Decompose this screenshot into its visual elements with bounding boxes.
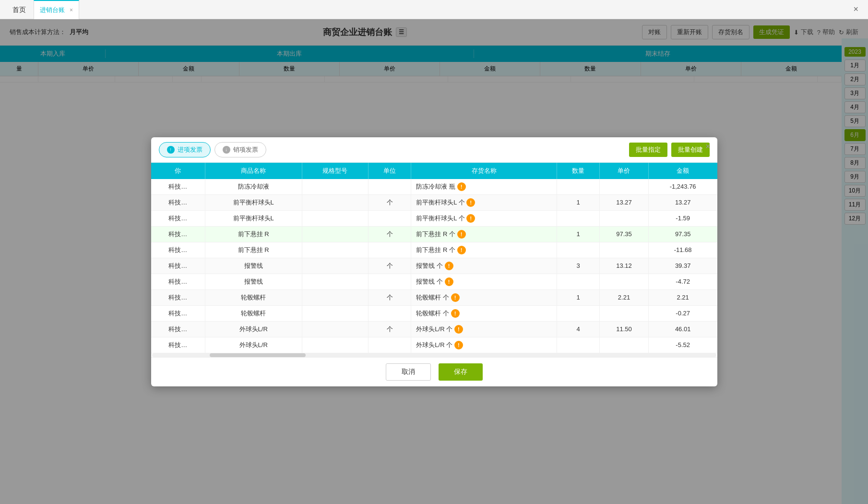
table-row[interactable]: 科技…外球头L/R外球头L/R 个 !-5.52 <box>151 337 717 353</box>
cell-company: 科技… <box>151 337 205 353</box>
cell-price <box>600 305 649 321</box>
modal-header-buttons: 批量指定 批量创建 <box>629 143 710 157</box>
outgoing-invoice-icon: ↓ <box>223 146 230 154</box>
tab-ledger[interactable]: 进销台账 × <box>34 0 79 19</box>
scrollbar-thumb[interactable] <box>210 353 306 357</box>
top-tab-bar: 首页 进销台账 × × <box>0 0 868 19</box>
cell-spec <box>302 210 369 226</box>
cell-company: 科技… <box>151 289 205 305</box>
cell-inventory: 前平衡杆球头L 个 ! <box>411 194 557 210</box>
cell-inventory: 轮毂螺杆 个 ! <box>411 305 557 321</box>
table-row[interactable]: 科技…轮毂螺杆轮毂螺杆 个 !-0.27 <box>151 305 717 321</box>
save-button[interactable]: 保存 <box>439 363 483 381</box>
cell-product: 外球头L/R <box>205 337 302 353</box>
cell-price: 2.21 <box>600 289 649 305</box>
cell-amount: -11.68 <box>648 242 717 258</box>
cell-product: 前平衡杆球头L <box>205 194 302 210</box>
warning-icon[interactable]: ! <box>454 341 463 349</box>
cell-price <box>600 179 649 195</box>
modal-close-button[interactable]: × <box>705 142 711 151</box>
cell-unit <box>369 179 411 195</box>
cell-unit: 个 <box>369 321 411 337</box>
tab-close-icon[interactable]: × <box>70 1 73 19</box>
table-row[interactable]: 科技…报警线报警线 个 !-4.72 <box>151 274 717 289</box>
cell-inventory: 报警线 个 ! <box>411 274 557 289</box>
table-row[interactable]: 科技…报警线个报警线 个 !313.1239.37 <box>151 258 717 274</box>
cell-amount: -0.27 <box>648 305 717 321</box>
batch-create-button[interactable]: 批量创建 <box>671 143 710 157</box>
table-row[interactable]: 科技…前下悬挂 R个前下悬挂 R 个 !197.3597.35 <box>151 226 717 242</box>
warning-icon[interactable]: ! <box>454 325 463 334</box>
warning-icon[interactable]: ! <box>457 182 466 191</box>
cell-price <box>600 210 649 226</box>
warning-icon[interactable]: ! <box>451 309 460 318</box>
tab-outgoing-invoice[interactable]: ↓ 销项发票 <box>214 142 266 157</box>
col-inventory: 存货名称 <box>411 163 557 179</box>
cell-spec <box>302 258 369 274</box>
cell-inventory: 前下悬挂 R 个 ! <box>411 226 557 242</box>
invoice-modal: ↑ 进项发票 ↓ 销项发票 批量指定 批量创建 × 你 <box>151 137 717 386</box>
cell-company: 科技… <box>151 274 205 289</box>
cell-spec <box>302 274 369 289</box>
modal-header: ↑ 进项发票 ↓ 销项发票 批量指定 批量创建 × <box>151 137 717 163</box>
table-row[interactable]: 科技…前平衡杆球头L个前平衡杆球头L 个 !113.2713.27 <box>151 194 717 210</box>
cell-unit <box>369 242 411 258</box>
cell-spec <box>302 242 369 258</box>
modal-overlay: ↑ 进项发票 ↓ 销项发票 批量指定 批量创建 × 你 <box>0 19 868 504</box>
invoice-table: 你 商品名称 规格型号 单位 存货名称 数量 单价 金额 科技…防冻冷却液防冻冷… <box>151 163 717 353</box>
cell-amount: -1.59 <box>648 210 717 226</box>
table-row[interactable]: 科技…防冻冷却液防冻冷却液 瓶 !-1,243.76 <box>151 179 717 195</box>
cell-company: 科技… <box>151 226 205 242</box>
cell-quantity: 3 <box>557 258 599 274</box>
cell-product: 前下悬挂 R <box>205 226 302 242</box>
window-close-button[interactable]: × <box>848 4 863 14</box>
warning-icon[interactable]: ! <box>445 277 453 286</box>
warning-icon[interactable]: ! <box>457 230 466 239</box>
table-row[interactable]: 科技…前平衡杆球头L前平衡杆球头L 个 !-1.59 <box>151 210 717 226</box>
cell-price <box>600 337 649 353</box>
cell-quantity <box>557 242 599 258</box>
cell-price: 11.50 <box>600 321 649 337</box>
table-row[interactable]: 科技…前下悬挂 R前下悬挂 R 个 !-11.68 <box>151 242 717 258</box>
cell-company: 科技… <box>151 194 205 210</box>
cell-inventory: 外球头L/R 个 ! <box>411 321 557 337</box>
cell-price: 13.27 <box>600 194 649 210</box>
cell-unit <box>369 337 411 353</box>
col-quantity: 数量 <box>557 163 599 179</box>
cancel-button[interactable]: 取消 <box>386 363 431 381</box>
warning-icon[interactable]: ! <box>457 246 466 254</box>
modal-horizontal-scrollbar[interactable] <box>152 353 716 357</box>
cell-unit <box>369 305 411 321</box>
warning-icon[interactable]: ! <box>451 293 460 302</box>
cell-unit: 个 <box>369 289 411 305</box>
cell-spec <box>302 194 369 210</box>
cell-inventory: 报警线 个 ! <box>411 258 557 274</box>
cell-spec <box>302 337 369 353</box>
cell-product: 前下悬挂 R <box>205 242 302 258</box>
col-product: 商品名称 <box>205 163 302 179</box>
warning-icon[interactable]: ! <box>445 262 453 270</box>
cell-spec <box>302 179 369 195</box>
tab-home[interactable]: 首页 <box>5 0 34 19</box>
cell-unit: 个 <box>369 226 411 242</box>
table-row[interactable]: 科技…外球头L/R个外球头L/R 个 !411.5046.01 <box>151 321 717 337</box>
cell-spec <box>302 289 369 305</box>
cell-inventory: 防冻冷却液 瓶 ! <box>411 179 557 195</box>
cell-inventory: 外球头L/R 个 ! <box>411 337 557 353</box>
cell-quantity <box>557 274 599 289</box>
warning-icon[interactable]: ! <box>466 214 475 223</box>
table-row[interactable]: 科技…轮毂螺杆个轮毂螺杆 个 !12.212.21 <box>151 289 717 305</box>
cell-product: 报警线 <box>205 274 302 289</box>
cell-amount: 97.35 <box>648 226 717 242</box>
cell-quantity: 1 <box>557 194 599 210</box>
cell-inventory: 轮毂螺杆 个 ! <box>411 289 557 305</box>
cell-amount: -4.72 <box>648 274 717 289</box>
tab-incoming-invoice[interactable]: ↑ 进项发票 <box>159 142 211 157</box>
cell-product: 外球头L/R <box>205 321 302 337</box>
batch-assign-button[interactable]: 批量指定 <box>629 143 667 157</box>
cell-product: 轮毂螺杆 <box>205 289 302 305</box>
modal-table-wrapper[interactable]: 你 商品名称 规格型号 单位 存货名称 数量 单价 金额 科技…防冻冷却液防冻冷… <box>151 163 717 353</box>
cell-spec <box>302 305 369 321</box>
warning-icon[interactable]: ! <box>466 198 475 207</box>
cell-amount: 39.37 <box>648 258 717 274</box>
